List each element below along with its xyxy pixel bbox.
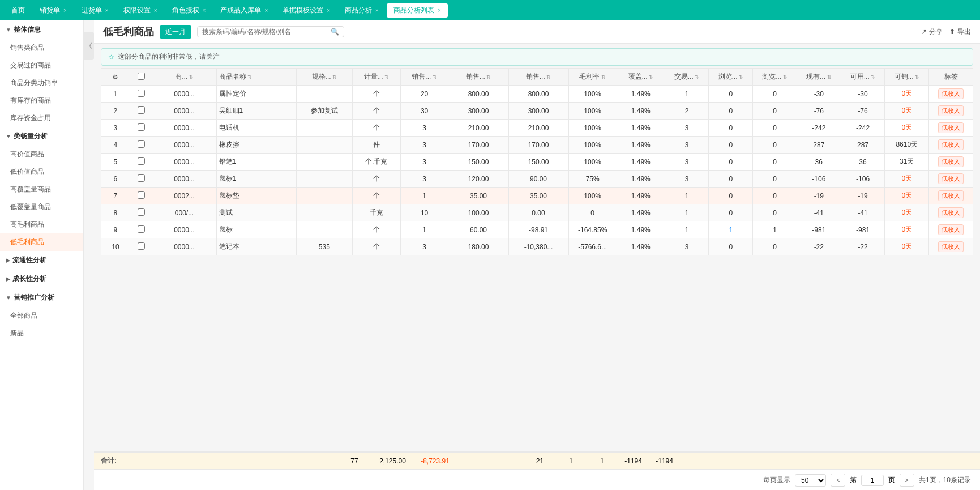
cell-check[interactable] (130, 238, 152, 255)
row-checkbox[interactable] (138, 157, 145, 165)
cell-check[interactable] (130, 120, 152, 137)
sidebar-section-flow-analysis[interactable]: ▼ 类畅量分析 (0, 127, 83, 146)
cell-check[interactable] (130, 204, 152, 221)
row-checkbox[interactable] (138, 106, 145, 114)
cell-seq: 8 (101, 204, 130, 221)
th-unit[interactable]: 计量... (352, 69, 400, 86)
search-icon[interactable]: 🔍 (331, 28, 339, 36)
nav-home[interactable]: 首页 (5, 3, 32, 18)
th-gross-rate[interactable]: 毛利率 (568, 69, 617, 86)
page-input[interactable] (861, 475, 884, 486)
sidebar-collapse-button[interactable]: 《 (84, 32, 94, 60)
prev-page-button[interactable]: ＜ (831, 474, 845, 487)
th-code[interactable]: 商... (152, 69, 216, 86)
th-available[interactable]: 可用... (841, 69, 885, 86)
nav-permission-settings-close[interactable]: × (154, 7, 157, 14)
row-checkbox[interactable] (138, 174, 145, 182)
nav-permission-settings[interactable]: 权限设置 × (117, 3, 164, 18)
cell-spec (296, 221, 352, 238)
th-sales-price[interactable]: 销售... (448, 69, 508, 86)
th-settings[interactable]: ⚙ (101, 69, 130, 86)
row-checkbox[interactable] (138, 191, 145, 199)
th-sales-qty-label: 销售... (412, 73, 431, 80)
nav-product-inbound-close[interactable]: × (264, 7, 268, 14)
cell-browse2: 0 (753, 86, 797, 103)
nav-template-settings[interactable]: 单据模板设置 × (276, 3, 337, 18)
sidebar-item-stock-capital[interactable]: 库存资金占用 (0, 109, 83, 127)
share-button[interactable]: ↗ 分享 (921, 27, 943, 37)
nav-sales-order-close[interactable]: × (63, 7, 67, 14)
sidebar-item-stock-capital-label: 库存资金占用 (10, 114, 51, 122)
cell-check[interactable] (130, 103, 152, 120)
cell-check[interactable] (130, 171, 152, 188)
cell-tag: 低收入 (929, 120, 973, 137)
nav-purchase-order[interactable]: 进货单 × (75, 3, 115, 18)
cell-code: 000/... (152, 204, 216, 221)
nav-sales-order[interactable]: 销货单 × (33, 3, 74, 18)
cell-browse2: 0 (753, 154, 797, 171)
page-title: 低毛利商品 (103, 25, 154, 39)
cell-check[interactable] (130, 188, 152, 204)
th-sales-profit[interactable]: 销售... (508, 69, 568, 86)
row-checkbox[interactable] (138, 225, 145, 233)
sidebar-item-category-rate[interactable]: 商品分类助销率 (0, 74, 83, 92)
table-container[interactable]: ⚙ 商... 商品名称 规格... 计量... 销售... 销售... 销售..… (101, 68, 973, 451)
th-trade[interactable]: 交易... (665, 69, 709, 86)
nav-role-auth[interactable]: 角色授权 × (165, 3, 213, 18)
th-coverage[interactable]: 覆盖... (617, 69, 665, 86)
cell-browse1[interactable]: 1 (709, 221, 753, 238)
time-filter-button[interactable]: 近一月 (160, 25, 191, 39)
sidebar-item-all-products[interactable]: 全部商品 (0, 307, 83, 325)
row-checkbox[interactable] (138, 208, 145, 216)
nav-role-auth-close[interactable]: × (203, 7, 206, 14)
nav-template-settings-close[interactable]: × (327, 7, 330, 14)
row-checkbox[interactable] (138, 242, 145, 250)
nav-product-analysis-close[interactable]: × (375, 7, 379, 14)
table-row: 5 0000... 铅笔1 个,千克 3 150.00 150.00 100% … (101, 154, 973, 171)
sidebar-item-low-margin[interactable]: 低毛利商品 (0, 233, 83, 251)
row-checkbox[interactable] (138, 90, 145, 97)
cell-check[interactable] (130, 86, 152, 103)
sidebar-item-high-coverage[interactable]: 高覆盖量商品 (0, 181, 83, 198)
row-checkbox[interactable] (138, 123, 145, 131)
sidebar-item-high-value[interactable]: 高价值商品 (0, 146, 83, 163)
th-spec[interactable]: 规格... (296, 69, 352, 86)
th-sales-qty[interactable]: 销售... (400, 69, 448, 86)
th-name[interactable]: 商品名称 (216, 69, 296, 86)
th-current[interactable]: 现有... (797, 69, 841, 86)
sidebar-section-marketing[interactable]: ▼ 营销推广分析 (0, 288, 83, 307)
sidebar-item-in-stock[interactable]: 有库存的商品 (0, 92, 83, 109)
cell-browse2: 0 (753, 204, 797, 221)
next-page-button[interactable]: ＞ (900, 474, 914, 487)
nav-product-analysis-list[interactable]: 商品分析列表 × (387, 3, 448, 18)
nav-product-analysis[interactable]: 商品分析 × (338, 3, 386, 18)
export-button[interactable]: ⬆ 导出 (949, 27, 971, 37)
sidebar-item-low-value[interactable]: 低价值商品 (0, 163, 83, 181)
select-all-checkbox[interactable] (138, 73, 145, 80)
cell-available: -19 (841, 188, 885, 204)
sidebar-item-sales-products[interactable]: 销售类商品 (0, 39, 83, 57)
cell-check[interactable] (130, 154, 152, 171)
per-page-select[interactable]: 50 100 200 (795, 474, 826, 487)
sidebar-section-overall[interactable]: ▼ 整体信息 (0, 20, 83, 39)
sidebar-section-growth[interactable]: ▶ 成长性分析 (0, 270, 83, 288)
browse1-link[interactable]: 1 (729, 226, 733, 234)
sidebar-item-traded-products[interactable]: 交易过的商品 (0, 57, 83, 74)
cell-check[interactable] (130, 137, 152, 154)
th-check[interactable] (130, 69, 152, 86)
cell-name: 铅笔1 (216, 154, 296, 171)
th-browse2[interactable]: 浏览... (753, 69, 797, 86)
sidebar-item-new-products[interactable]: 新品 (0, 325, 83, 342)
nav-product-analysis-list-close[interactable]: × (438, 7, 441, 14)
sidebar-item-high-margin[interactable]: 高毛利商品 (0, 216, 83, 233)
sidebar-section-liquidity[interactable]: ▶ 流通性分析 (0, 251, 83, 270)
search-input[interactable] (202, 28, 328, 36)
th-browse1[interactable]: 浏览... (709, 69, 753, 86)
nav-purchase-order-close[interactable]: × (105, 7, 109, 14)
cell-check[interactable] (130, 221, 152, 238)
cell-browse2: 0 (753, 188, 797, 204)
row-checkbox[interactable] (138, 140, 145, 148)
th-sellable[interactable]: 可销... (885, 69, 929, 86)
nav-product-inbound[interactable]: 产成品入库单 × (213, 3, 275, 18)
sidebar-item-low-coverage[interactable]: 低覆盖量商品 (0, 198, 83, 216)
